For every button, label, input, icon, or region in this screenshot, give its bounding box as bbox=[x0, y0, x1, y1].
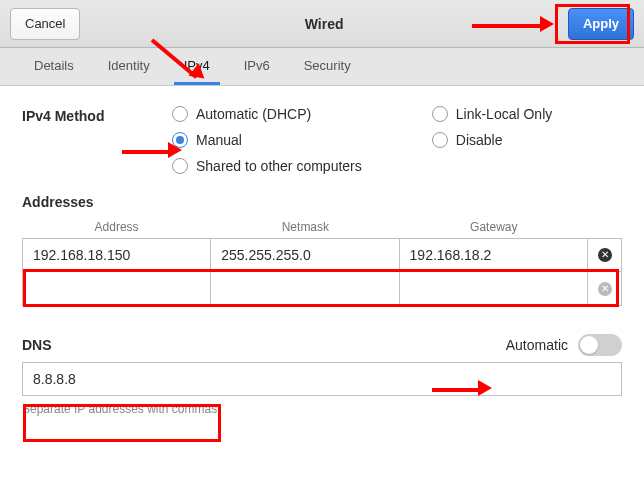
dns-automatic-switch[interactable] bbox=[578, 334, 622, 356]
radio-dhcp[interactable]: Automatic (DHCP) bbox=[172, 106, 362, 122]
radio-disable[interactable]: Disable bbox=[432, 132, 553, 148]
netmask-input[interactable] bbox=[211, 272, 399, 306]
radio-linklocal[interactable]: Link-Local Only bbox=[432, 106, 553, 122]
gateway-input[interactable] bbox=[400, 238, 588, 272]
tab-security[interactable]: Security bbox=[294, 48, 361, 85]
dns-label: DNS bbox=[22, 337, 52, 353]
cancel-button[interactable]: Cancel bbox=[10, 8, 80, 40]
radio-disable-label: Disable bbox=[456, 132, 503, 148]
window-title: Wired bbox=[305, 16, 344, 32]
tab-identity[interactable]: Identity bbox=[98, 48, 160, 85]
gateway-input[interactable] bbox=[400, 272, 588, 306]
apply-button[interactable]: Apply bbox=[568, 8, 634, 40]
dns-automatic-label: Automatic bbox=[506, 337, 568, 353]
annotation-arrowhead bbox=[540, 16, 554, 32]
close-icon: ✕ bbox=[598, 248, 612, 262]
radio-linklocal-label: Link-Local Only bbox=[456, 106, 553, 122]
annotation-arrow bbox=[432, 388, 480, 392]
addresses-label: Addresses bbox=[22, 194, 622, 210]
address-input[interactable] bbox=[22, 238, 211, 272]
radio-shared[interactable]: Shared to other computers bbox=[172, 158, 362, 174]
delete-row-button[interactable]: ✕ bbox=[588, 238, 622, 272]
ipv4-method-label: IPv4 Method bbox=[22, 106, 172, 174]
annotation-arrowhead bbox=[478, 380, 492, 396]
close-icon: ✕ bbox=[598, 282, 612, 296]
tab-ipv6[interactable]: IPv6 bbox=[234, 48, 280, 85]
address-row: ✕ bbox=[22, 238, 622, 272]
col-netmask: Netmask bbox=[211, 216, 399, 238]
addresses-table: Address Netmask Gateway ✕ ✕ bbox=[22, 216, 622, 306]
netmask-input[interactable] bbox=[211, 238, 399, 272]
delete-row-button[interactable]: ✕ bbox=[588, 272, 622, 306]
address-row: ✕ bbox=[22, 272, 622, 306]
col-gateway: Gateway bbox=[400, 216, 588, 238]
radio-manual-label: Manual bbox=[196, 132, 242, 148]
radio-dhcp-label: Automatic (DHCP) bbox=[196, 106, 311, 122]
annotation-arrow bbox=[472, 24, 542, 28]
tab-details[interactable]: Details bbox=[24, 48, 84, 85]
dns-hint: Separate IP addresses with commas bbox=[22, 402, 622, 416]
dns-input[interactable] bbox=[22, 362, 622, 396]
address-input[interactable] bbox=[22, 272, 211, 306]
radio-manual[interactable]: Manual bbox=[172, 132, 362, 148]
col-address: Address bbox=[22, 216, 211, 238]
radio-shared-label: Shared to other computers bbox=[196, 158, 362, 174]
annotation-arrowhead bbox=[168, 142, 182, 158]
tab-bar: Details Identity IPv4 IPv6 Security bbox=[0, 48, 644, 86]
annotation-arrow bbox=[122, 150, 170, 154]
